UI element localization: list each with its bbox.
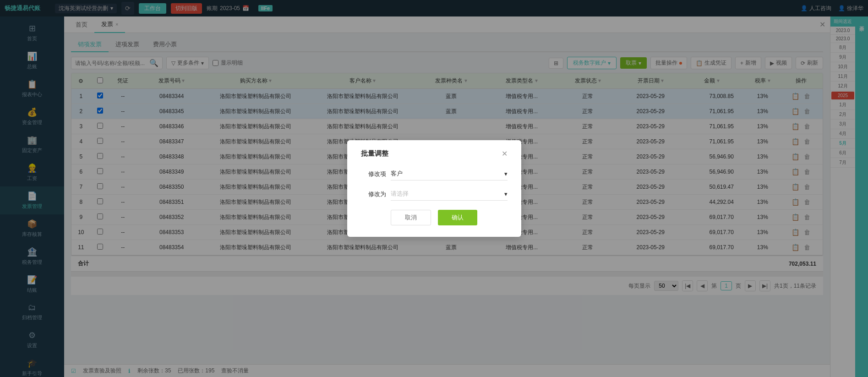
modal-value-row: 修改为 请选择 ▾	[361, 187, 508, 201]
modal-value-select[interactable]: 请选择 ▾	[391, 187, 508, 201]
modal-close-button[interactable]: ✕	[502, 149, 508, 158]
modal-title: 批量调整	[361, 149, 388, 158]
modal-field-select[interactable]: 客户 ▾	[391, 167, 508, 180]
batch-adjust-modal: 批量调整 ✕ 修改项 客户 ▾ 修改为 请选择 ▾ 取消 确认	[347, 140, 521, 237]
modal-value-label: 修改为	[361, 190, 386, 198]
modal-field-dropdown-icon: ▾	[504, 170, 508, 177]
modal-confirm-button[interactable]: 确认	[438, 210, 477, 225]
modal-overlay[interactable]: 批量调整 ✕ 修改项 客户 ▾ 修改为 请选择 ▾ 取消 确认	[0, 0, 868, 377]
modal-field-row: 修改项 客户 ▾	[361, 167, 508, 180]
modal-field-label: 修改项	[361, 170, 386, 178]
modal-value-dropdown-icon: ▾	[504, 191, 508, 197]
modal-footer: 取消 确认	[361, 210, 508, 225]
modal-field-value: 客户	[391, 169, 403, 178]
modal-header: 批量调整 ✕	[361, 149, 508, 158]
modal-cancel-button[interactable]: 取消	[391, 210, 431, 225]
modal-value-placeholder: 请选择	[391, 190, 409, 198]
